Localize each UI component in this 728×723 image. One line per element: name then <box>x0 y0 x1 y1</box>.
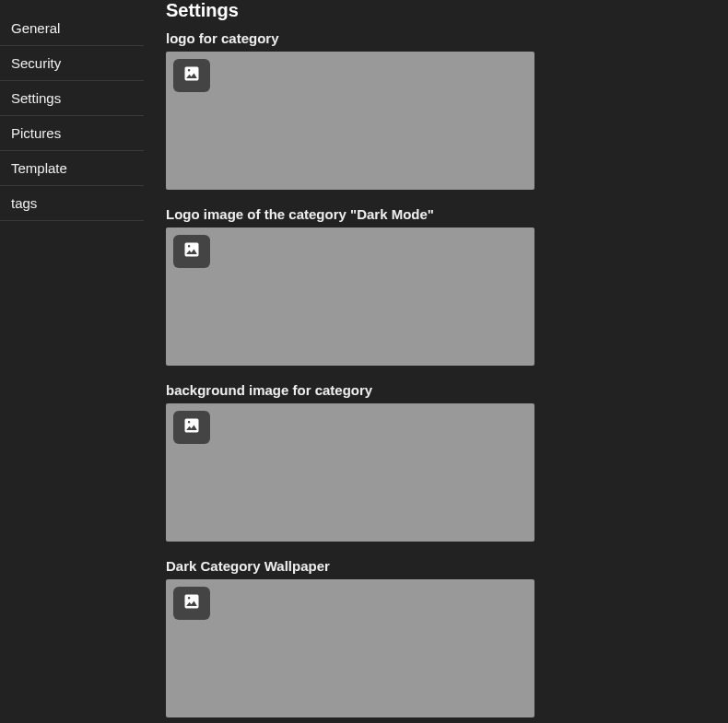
sidebar-item-template[interactable]: Template <box>0 151 144 186</box>
image-dropzone[interactable] <box>166 403 534 542</box>
upload-image-button[interactable] <box>173 587 210 620</box>
field-logo-for-category: logo for category <box>166 30 706 190</box>
sidebar-item-general[interactable]: General <box>0 11 144 46</box>
field-logo-dark-mode: Logo image of the category "Dark Mode" <box>166 206 706 366</box>
sidebar-item-security[interactable]: Security <box>0 46 144 81</box>
sidebar-item-label: Pictures <box>11 125 61 141</box>
field-background-image: background image for category <box>166 382 706 542</box>
sidebar-item-settings[interactable]: Settings <box>0 81 144 116</box>
field-label: Dark Category Wallpaper <box>166 558 706 574</box>
upload-image-button[interactable] <box>173 235 210 268</box>
sidebar: General Security Settings Pictures Templ… <box>0 0 144 723</box>
image-dropzone[interactable] <box>166 579 534 717</box>
sidebar-item-label: Security <box>11 55 61 71</box>
sidebar-item-label: General <box>11 20 60 36</box>
field-label: Logo image of the category "Dark Mode" <box>166 206 706 222</box>
image-dropzone[interactable] <box>166 227 534 366</box>
sidebar-item-label: tags <box>11 195 37 211</box>
field-label: background image for category <box>166 382 706 398</box>
image-icon <box>182 64 201 87</box>
sidebar-item-label: Settings <box>11 90 61 106</box>
sidebar-item-tags[interactable]: tags <box>0 186 144 221</box>
sidebar-item-label: Template <box>11 160 67 176</box>
main-content: Settings logo for category Logo image of… <box>144 0 728 723</box>
sidebar-item-pictures[interactable]: Pictures <box>0 116 144 151</box>
image-icon <box>182 592 201 614</box>
image-dropzone[interactable] <box>166 52 534 190</box>
image-icon <box>182 416 201 438</box>
field-dark-wallpaper: Dark Category Wallpaper <box>166 558 706 717</box>
upload-image-button[interactable] <box>173 59 210 92</box>
page-title: Settings <box>166 0 706 21</box>
upload-image-button[interactable] <box>173 411 210 444</box>
image-icon <box>182 240 201 262</box>
field-label: logo for category <box>166 30 706 46</box>
